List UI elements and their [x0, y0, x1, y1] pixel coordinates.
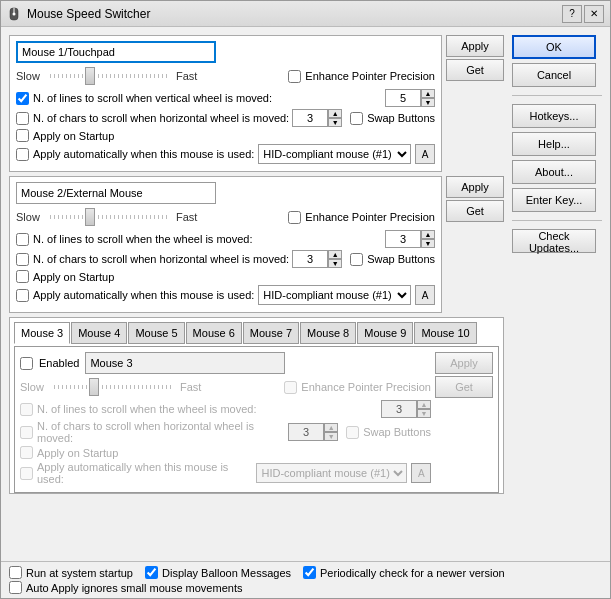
- tab-mouse9[interactable]: Mouse 9: [357, 322, 413, 344]
- mouse3-lines-input[interactable]: [381, 400, 417, 418]
- right-separator-2: [512, 220, 602, 221]
- tab-mouse3[interactable]: Mouse 3: [14, 322, 70, 344]
- mouse2-name-input[interactable]: [16, 182, 216, 204]
- mouse3-auto-cb[interactable]: [20, 467, 33, 480]
- tab-mouse8[interactable]: Mouse 8: [300, 322, 356, 344]
- run-startup-cb[interactable]: [9, 566, 22, 579]
- mouse1-enhance-cb[interactable]: [288, 70, 301, 83]
- ok-btn[interactable]: OK: [512, 35, 596, 59]
- mouse2-device-a-btn[interactable]: A: [415, 285, 435, 305]
- mouse1-enhance-label: Enhance Pointer Precision: [305, 70, 435, 82]
- mouse3-chars-cb[interactable]: [20, 426, 33, 439]
- mouse3-get-btn[interactable]: Get: [435, 376, 493, 398]
- mouse1-device-a-btn[interactable]: A: [415, 144, 435, 164]
- mouse2-enhance-row: Enhance Pointer Precision: [288, 211, 435, 224]
- mouse3-device-select[interactable]: HID-compliant mouse (#1): [256, 463, 407, 483]
- mouse3-lines-up-btn[interactable]: ▲: [417, 400, 431, 409]
- mouse2-lines-input[interactable]: [385, 230, 421, 248]
- mouse1-startup-cb[interactable]: [16, 129, 29, 142]
- bottom-bar: Run at system startup Display Balloon Me…: [1, 561, 610, 598]
- mouse3-chars-input[interactable]: [288, 423, 324, 441]
- mouse2-auto-label: Apply automatically when this mouse is u…: [33, 289, 254, 301]
- mouse1-auto-label: Apply automatically when this mouse is u…: [33, 148, 254, 160]
- mouse3-enabled-cb[interactable]: [20, 357, 33, 370]
- title-bar: Mouse Speed Switcher ? ✕: [1, 1, 610, 27]
- mouse1-name-input[interactable]: [16, 41, 216, 63]
- mouse3-row: Enabled Slow Fast: [20, 352, 493, 487]
- mouse2-swap-cb[interactable]: [350, 253, 363, 266]
- mouse3-startup-cb[interactable]: [20, 446, 33, 459]
- about-btn[interactable]: About...: [512, 160, 596, 184]
- mouse1-device-row: Apply automatically when this mouse is u…: [16, 144, 435, 164]
- mouse2-lines-up-btn[interactable]: ▲: [421, 230, 435, 239]
- mouse1-device-select[interactable]: HID-compliant mouse (#1): [258, 144, 411, 164]
- enter-key-btn[interactable]: Enter Key...: [512, 188, 596, 212]
- mouse3-lines-cb[interactable]: [20, 403, 33, 416]
- mouse3-swap-cb[interactable]: [346, 426, 359, 439]
- mouse1-lines-input[interactable]: [385, 89, 421, 107]
- mouse2-lines-spin-btns: ▲ ▼: [421, 230, 435, 248]
- tab-mouse6[interactable]: Mouse 6: [186, 322, 242, 344]
- mouse2-chars-input[interactable]: [292, 250, 328, 268]
- tab-mouse10[interactable]: Mouse 10: [414, 322, 476, 344]
- mouse1-lines-spinner: ▲ ▼: [385, 89, 435, 107]
- mouse2-lines-down-btn[interactable]: ▼: [421, 239, 435, 248]
- mouse1-chars-input[interactable]: [292, 109, 328, 127]
- hotkeys-btn[interactable]: Hotkeys...: [512, 104, 596, 128]
- mouse2-enhance-cb[interactable]: [288, 211, 301, 224]
- mouse1-apply-btn[interactable]: Apply: [446, 35, 504, 57]
- mouse3-slider[interactable]: [54, 378, 174, 396]
- mouse2-slider[interactable]: [50, 208, 170, 226]
- auto-apply-wrap: Auto Apply ignores small mouse movements: [9, 581, 242, 594]
- mouse1-slider-thumb[interactable]: [85, 67, 95, 85]
- mouse1-enhance-row: Enhance Pointer Precision: [288, 70, 435, 83]
- mouse1-lines-cb[interactable]: [16, 92, 29, 105]
- mouse3-enabled-label: Enabled: [39, 357, 79, 369]
- tab-mouse5[interactable]: Mouse 5: [128, 322, 184, 344]
- mouse3-chars-down-btn[interactable]: ▼: [324, 432, 338, 441]
- tab-mouse7[interactable]: Mouse 7: [243, 322, 299, 344]
- mouse1-get-btn[interactable]: Get: [446, 59, 504, 81]
- mouse1-lines-down-btn[interactable]: ▼: [421, 98, 435, 107]
- mouse2-chars-up-btn[interactable]: ▲: [328, 250, 342, 259]
- mouse3-chars-up-btn[interactable]: ▲: [324, 423, 338, 432]
- help-title-btn[interactable]: ?: [562, 5, 582, 23]
- mouse2-auto-cb[interactable]: [16, 289, 29, 302]
- bottom-row-2: Auto Apply ignores small mouse movements: [9, 581, 602, 594]
- mouse2-device-select[interactable]: HID-compliant mouse (#1): [258, 285, 411, 305]
- mouse2-startup-cb[interactable]: [16, 270, 29, 283]
- mouse3-lines-down-btn[interactable]: ▼: [417, 409, 431, 418]
- mouse3-name-input[interactable]: [85, 352, 285, 374]
- mouse1-chars-label: N. of chars to scroll when horizontal wh…: [33, 112, 289, 124]
- mouse2-chars-cb[interactable]: [16, 253, 29, 266]
- mouse3-device-a-btn[interactable]: A: [411, 463, 431, 483]
- display-balloon-wrap: Display Balloon Messages: [145, 566, 291, 579]
- mouse3-auto-label: Apply automatically when this mouse is u…: [37, 461, 252, 485]
- display-balloon-cb[interactable]: [145, 566, 158, 579]
- mouse2-slow-label: Slow: [16, 211, 44, 223]
- mouse2-lines-cb[interactable]: [16, 233, 29, 246]
- mouse2-chars-down-btn[interactable]: ▼: [328, 259, 342, 268]
- check-newer-cb[interactable]: [303, 566, 316, 579]
- help-btn[interactable]: Help...: [512, 132, 596, 156]
- mouse1-chars-down-btn[interactable]: ▼: [328, 118, 342, 127]
- mouse1-slider[interactable]: [50, 67, 170, 85]
- auto-apply-cb[interactable]: [9, 581, 22, 594]
- mouse2-get-btn[interactable]: Get: [446, 200, 504, 222]
- svg-point-2: [13, 12, 16, 15]
- mouse1-chars-up-btn[interactable]: ▲: [328, 109, 342, 118]
- main-window: Mouse Speed Switcher ? ✕ Slow: [0, 0, 611, 599]
- mouse1-swap-cb[interactable]: [350, 112, 363, 125]
- mouse1-auto-cb[interactable]: [16, 148, 29, 161]
- mouse3-enhance-cb[interactable]: [284, 381, 297, 394]
- mouse3-apply-btn[interactable]: Apply: [435, 352, 493, 374]
- close-title-btn[interactable]: ✕: [584, 5, 604, 23]
- tab-mouse4[interactable]: Mouse 4: [71, 322, 127, 344]
- cancel-btn[interactable]: Cancel: [512, 63, 596, 87]
- mouse1-lines-up-btn[interactable]: ▲: [421, 89, 435, 98]
- check-updates-btn[interactable]: Check Updates...: [512, 229, 596, 253]
- mouse3-slider-thumb[interactable]: [89, 378, 99, 396]
- mouse2-apply-btn[interactable]: Apply: [446, 176, 504, 198]
- mouse1-chars-cb[interactable]: [16, 112, 29, 125]
- mouse2-slider-thumb[interactable]: [85, 208, 95, 226]
